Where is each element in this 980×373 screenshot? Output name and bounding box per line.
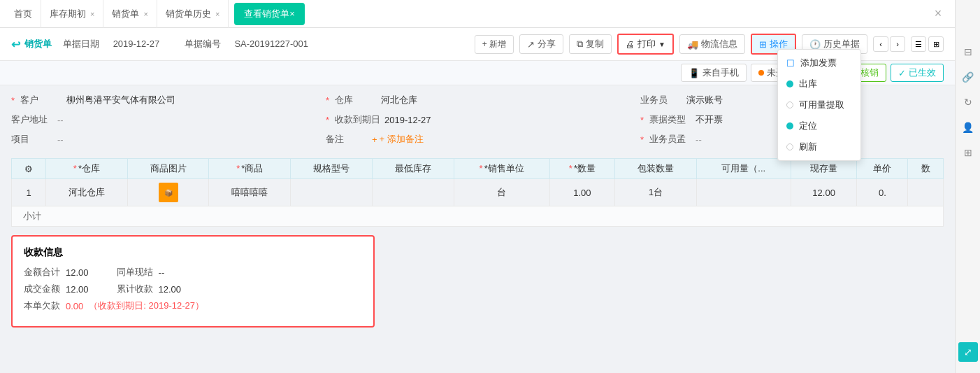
copy-button[interactable]: ⧉ 复制 <box>569 34 612 54</box>
doc-date-label: 单据日期 <box>63 38 99 49</box>
col-warehouse: **仓库 <box>46 159 128 179</box>
view-toggle: ☰ ⊞ <box>911 36 944 52</box>
dropdown-outbound[interactable]: 出库 <box>778 73 860 94</box>
add-note-icon: + <box>372 134 377 145</box>
share-button[interactable]: ↗ 分享 <box>519 34 563 54</box>
grid-view-button[interactable]: ⊞ <box>928 36 944 52</box>
balance-note: （收款到期日: 2019-12-27） <box>89 300 204 312</box>
share-icon: ↗ <box>527 39 535 50</box>
summary-row-2: 成交金额 12.00 累计收款 12.00 <box>24 283 362 295</box>
history-icon: 🕐 <box>809 39 821 50</box>
address-value: -- <box>57 115 64 125</box>
doc-type-icon: ↩ 销货单 <box>11 38 52 51</box>
doc-date-value: 2019-12-27 <box>113 38 160 49</box>
col-image: 商品图片 <box>127 159 209 179</box>
row-image: 📦 <box>127 179 209 206</box>
warehouse-field: * 仓库 河北仓库 <box>326 94 629 106</box>
summary-title: 收款信息 <box>24 246 362 259</box>
col-extra: 数 <box>908 159 944 179</box>
row-warehouse: 河北仓库 <box>46 179 128 206</box>
total-amount: 金额合计 12.00 <box>24 266 89 279</box>
col-unit: **销售单位 <box>454 159 549 179</box>
from-phone-button[interactable]: 📱 来自手机 <box>681 64 747 82</box>
col-min-stock: 最低库存 <box>372 159 454 179</box>
right-sidebar: ⊟ 🔗 ↻ 👤 ⊞ ⤢ <box>955 0 980 373</box>
add-button[interactable]: + 新增 <box>475 35 514 54</box>
add-note-button[interactable]: + + 添加备注 <box>372 133 424 146</box>
single-settle-value: -- <box>159 267 165 278</box>
prev-button[interactable]: ‹ <box>873 36 888 52</box>
print-button[interactable]: 🖨 打印 ▼ <box>617 34 674 55</box>
logistics-button[interactable]: 🚚 物流信息 <box>679 34 745 54</box>
list-view-button[interactable]: ☰ <box>911 36 926 52</box>
doc-meta: 单据日期 2019-12-27 单据编号 SA-20191227-001 <box>63 38 319 50</box>
col-available: 可用量（... <box>696 159 791 179</box>
nav-arrows: ‹ › <box>873 36 905 52</box>
balance-value: 0.00 <box>66 301 83 311</box>
outbound-dot <box>786 80 793 87</box>
warehouse-value: 河北仓库 <box>381 94 417 106</box>
row-current-stock: 12.00 <box>791 179 857 206</box>
available-dot <box>786 101 793 108</box>
tab-bar: 首页 库存期初 × 销货单 × 销货单历史 × 查看销货单 × × <box>0 0 955 28</box>
next-button[interactable]: › <box>890 36 905 52</box>
tab-close-sales[interactable]: × <box>143 10 147 18</box>
col-spec: 规格型号 <box>291 159 373 179</box>
tab-view-sales[interactable]: 查看销货单 × <box>234 3 305 25</box>
doc-no-label: 单据编号 <box>185 38 221 49</box>
payment-date-value: 2019-12-27 <box>384 115 431 125</box>
sales-order-icon: ↩ <box>11 38 20 51</box>
effective-check-icon: ✓ <box>898 68 906 78</box>
logistics-icon: 🚚 <box>687 39 698 50</box>
tab-close-history[interactable]: × <box>215 10 219 18</box>
row-pkg-qty: 1台 <box>615 179 697 206</box>
total-value: 12.00 <box>66 267 89 278</box>
data-table: ⚙ **仓库 商品图片 **商品 规格型号 最低库存 **销售单位 **数量 包… <box>11 158 944 227</box>
sidebar-card-icon[interactable]: ⊟ <box>958 42 978 62</box>
operation-icon: ⊞ <box>759 39 767 50</box>
table-header-row: ⚙ **仓库 商品图片 **商品 规格型号 最低库存 **销售单位 **数量 包… <box>12 159 944 179</box>
window-close-button[interactable]: × <box>927 3 949 25</box>
row-product: 嘻嘻嘻嘻 <box>209 179 291 206</box>
salesperson2-value: -- <box>696 134 702 145</box>
sidebar-rotate-icon[interactable]: ↻ <box>958 92 978 112</box>
settings-icon: ⚙ <box>24 164 33 174</box>
tab-close-inventory[interactable]: × <box>90 10 94 18</box>
summary-row-3: 本单欠款 0.00 （收款到期日: 2019-12-27） <box>24 300 362 312</box>
subtotal-row: 小计 <box>12 206 944 227</box>
already-effective-button[interactable]: ✓ 已生效 <box>891 64 944 82</box>
project-field: 项目 -- <box>11 133 315 146</box>
tab-sales-order[interactable]: 销货单 × <box>103 0 157 28</box>
col-pkg-qty: 包装数量 <box>615 159 697 179</box>
sidebar-expand-icon[interactable]: ⤢ <box>958 342 978 362</box>
locate-dot <box>786 122 793 129</box>
sidebar-link-icon[interactable]: 🔗 <box>958 67 978 87</box>
sidebar-person-icon[interactable]: 👤 <box>958 118 978 137</box>
sidebar-table-icon[interactable]: ⊞ <box>958 143 978 162</box>
col-price: 单价 <box>857 159 908 179</box>
cumulative-payment: 累计收款 12.00 <box>117 283 182 295</box>
row-spec <box>291 179 373 206</box>
tab-sales-history[interactable]: 销货单历史 × <box>157 0 229 28</box>
dropdown-add-invoice[interactable]: ☐ 添加发票 <box>778 52 860 73</box>
note-field: 备注 + + 添加备注 <box>326 133 629 146</box>
summary-box: 收款信息 金额合计 12.00 同单现结 -- 成交金额 12.00 <box>11 235 375 328</box>
cumulative-value: 12.00 <box>159 284 182 295</box>
dropdown-refresh[interactable]: 刷新 <box>778 136 860 157</box>
tab-home[interactable]: 首页 <box>6 0 41 28</box>
doc-no-value: SA-20191227-001 <box>234 38 308 49</box>
col-product: **商品 <box>209 159 291 179</box>
print-dropdown-arrow: ▼ <box>658 41 665 48</box>
col-settings[interactable]: ⚙ <box>12 159 46 179</box>
dropdown-locate[interactable]: 定位 <box>778 115 860 136</box>
product-image: 📦 <box>159 183 178 202</box>
data-table-container: ⚙ **仓库 商品图片 **商品 规格型号 最低库存 **销售单位 **数量 包… <box>11 153 944 227</box>
tab-inventory-init[interactable]: 库存期初 × <box>41 0 103 28</box>
row-min-stock <box>372 179 454 206</box>
dropdown-available-qty[interactable]: 可用量提取 <box>778 94 860 115</box>
tab-close-view[interactable]: × <box>289 8 295 19</box>
refresh-dot <box>786 143 793 150</box>
subtotal-label: 小计 <box>12 206 944 227</box>
payment-date-field: * 收款到期日 2019-12-27 <box>326 113 629 126</box>
doc-type-label: 销货单 <box>24 38 52 50</box>
